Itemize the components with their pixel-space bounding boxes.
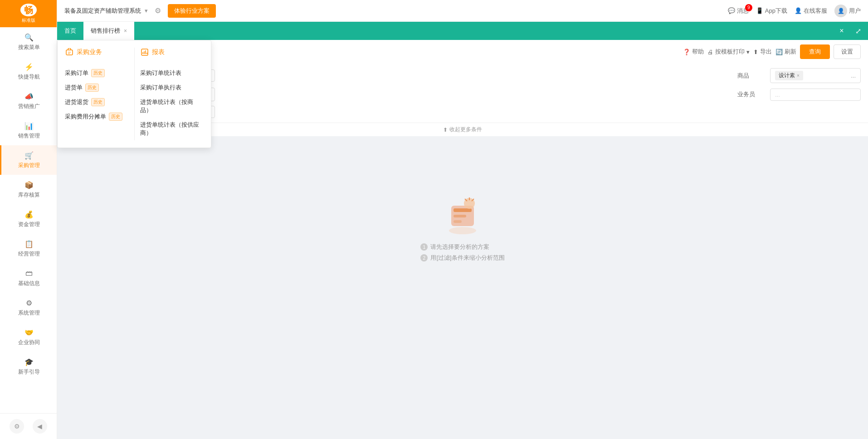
service-icon: 👤 [795,7,802,14]
dropdown-item-inbound[interactable]: 进货单 历史 [65,80,129,95]
sidebar-settings-btn[interactable]: ⚙ [10,419,24,434]
sidebar-item-quick-nav[interactable]: ⚡ 快捷导航 [0,57,57,86]
sidebar: 畅 标准版 🔍 搜索菜单 ⚡ 快捷导航 📣 营销推广 📊 销售管理 🛒 采购管理… [0,0,57,439]
dropdown-sections: 采购业务 采购订单 历史 进货单 历史 进货退货 历史 采购费用分摊单 历史 [65,48,204,140]
print-template-btn[interactable]: 🖨 按模板打印 ▾ [707,48,750,56]
export-icon: ⬆ [753,49,758,55]
cooperation-icon: 🤝 [24,328,34,337]
query-btn[interactable]: 查询 [800,44,830,59]
dropdown-item-purchase-order[interactable]: 采购订单 历史 [65,66,129,80]
sidebar-item-purchase[interactable]: 🛒 采购管理 [0,145,57,175]
sidebar-item-cooperation[interactable]: 🤝 企业协同 [0,322,57,352]
sidebar-item-label-finance: 资金管理 [18,221,40,228]
dropdown-item-inbound-stat-product[interactable]: 进货单统计表（按商品） [140,95,204,118]
inbound-stat-product-label: 进货单统计表（按商品） [140,98,204,114]
sidebar-item-search[interactable]: 🔍 搜索菜单 [0,27,57,57]
tip-num-2: 2 [420,254,428,261]
topbar-dropdown-icon[interactable]: ▾ [145,7,148,14]
dropdown-item-purchase-order-stat[interactable]: 采购订单统计表 [140,66,204,80]
sidebar-item-finance[interactable]: 💰 资金管理 [0,204,57,234]
inventory-icon: 📦 [24,180,34,189]
print-icon: 🖨 [707,49,713,55]
empty-state: 1 请先选择要分析的方案 2 用[过滤]条件来缩小分析范围 [57,136,868,318]
dropdown-item-inbound-return[interactable]: 进货退货 历史 [65,95,129,109]
sidebar-item-basic-info[interactable]: 🗃 基础信息 [0,263,57,293]
industry-btn[interactable]: 体验行业方案 [168,4,216,18]
dropdown-item-inbound-stat-supplier[interactable]: 进货单统计表（按供应商） [140,118,204,140]
svg-point-0 [449,227,476,234]
inbound-stat-supplier-label: 进货单统计表（按供应商） [140,121,204,137]
sidebar-item-label-purchase: 采购管理 [18,162,40,169]
logo-icon: 畅 [20,4,37,16]
purchase-section: 采购业务 采购订单 历史 进货单 历史 进货退货 历史 采购费用分摊单 历史 [65,48,129,140]
app-download-btn[interactable]: 📱 App下载 [756,7,787,15]
sidebar-item-label-inventory: 库存核算 [18,191,40,199]
topbar-right: 💬 消息 9 📱 App下载 👤 在线客服 👤 用户 [728,5,861,17]
salesperson-label: 业务员 [737,90,765,99]
phone-icon: 📱 [756,7,763,14]
dropdown-item-purchase-expense[interactable]: 采购费用分摊单 历史 [65,109,129,124]
help-btn[interactable]: ❓ 帮助 [683,48,704,56]
tab-sales-rank-close[interactable]: × [124,28,127,34]
report-section: 报表 采购订单统计表 采购订单执行表 进货单统计表（按商品） 进货单统计表（按供… [140,48,204,140]
sidebar-item-label-search: 搜索菜单 [18,44,40,51]
empty-tip-2: 2 用[过滤]条件来缩小分析范围 [420,254,504,262]
purchase-expense-history: 历史 [109,113,122,121]
svg-rect-3 [454,215,466,217]
report-section-label: 报表 [152,48,165,56]
sidebar-item-label-guide: 新手引导 [18,368,40,376]
product-tag-close[interactable]: × [797,73,800,78]
tab-sales-rank[interactable]: 销售排行榜 × [83,22,134,40]
logo-subtitle: 标准版 [22,17,35,24]
sidebar-item-label-basic-info: 基础信息 [18,280,40,287]
basic-info-icon: 🗃 [24,269,34,278]
tab-home[interactable]: 首页 [57,22,83,40]
refresh-icon: 🔄 [775,49,783,55]
product-input[interactable]: 设计素 × ... [770,68,861,83]
product-label: 商品 [737,72,765,80]
sidebar-item-marketing[interactable]: 📣 营销推广 [0,86,57,116]
sales-icon: 📊 [24,121,34,130]
sidebar-item-inventory[interactable]: 📦 库存核算 [0,175,57,204]
tab-expand-btn[interactable]: ⤢ [852,25,864,37]
message-btn[interactable]: 💬 消息 9 [728,7,749,15]
topbar-settings-icon[interactable]: ⚙ [151,5,164,17]
collapse-chevron-icon: ⬆ [443,127,448,133]
search-icon: 🔍 [24,33,34,42]
svg-rect-2 [454,208,472,212]
sidebar-item-guide[interactable]: 🎓 新手引导 [0,352,57,381]
dropdown-item-purchase-order-exec[interactable]: 采购订单执行表 [140,80,204,95]
sidebar-nav: 🔍 搜索菜单 ⚡ 快捷导航 📣 营销推广 📊 销售管理 🛒 采购管理 📦 库存核… [0,27,57,413]
purchase-order-stat-label: 采购订单统计表 [140,69,181,77]
main-content: 装备及固定资产辅助管理系统 ▾ ⚙ 体验行业方案 💬 消息 9 📱 App下载 … [57,0,868,439]
sidebar-item-operations[interactable]: 📋 经营管理 [0,234,57,263]
sidebar-item-label-quick-nav: 快捷导航 [18,73,40,81]
svg-rect-10 [141,49,148,55]
sidebar-item-system[interactable]: ⚙ 系统管理 [0,293,57,322]
message-badge: 9 [745,4,752,11]
online-service-btn[interactable]: 👤 在线客服 [795,7,827,15]
system-name: 装备及固定资产辅助管理系统 [64,7,141,15]
empty-tips: 1 请先选择要分析的方案 2 用[过滤]条件来缩小分析范围 [420,243,504,262]
tip-text-2: 用[过滤]条件来缩小分析范围 [430,254,504,262]
tip-num-1: 1 [420,243,428,251]
help-label: 帮助 [692,48,704,56]
svg-rect-4 [454,220,462,223]
tab-home-label: 首页 [64,27,76,35]
purchase-section-title: 采购业务 [65,48,129,60]
sidebar-collapse-btn[interactable]: ◀ [33,419,47,434]
salesperson-input[interactable]: ... [770,89,861,101]
sidebar-item-sales[interactable]: 📊 销售管理 [0,116,57,145]
dropdown-menu: 采购业务 采购订单 历史 进货单 历史 进货退货 历史 采购费用分摊单 历史 [57,40,211,148]
refresh-btn[interactable]: 🔄 刷新 [775,48,796,56]
user-btn[interactable]: 👤 用户 [834,5,861,17]
settings-btn[interactable]: 设置 [834,44,861,59]
purchase-expense-label: 采购费用分摊单 [65,113,106,121]
logo-area: 畅 标准版 [0,0,57,27]
export-btn[interactable]: ⬆ 导出 [753,48,772,56]
empty-tip-1: 1 请先选择要分析的方案 [420,243,504,251]
product-more[interactable]: ... [851,72,856,79]
tab-close-all-btn[interactable]: × [835,25,848,37]
inbound-label: 进货单 [65,84,83,92]
inbound-return-history: 历史 [91,98,105,106]
